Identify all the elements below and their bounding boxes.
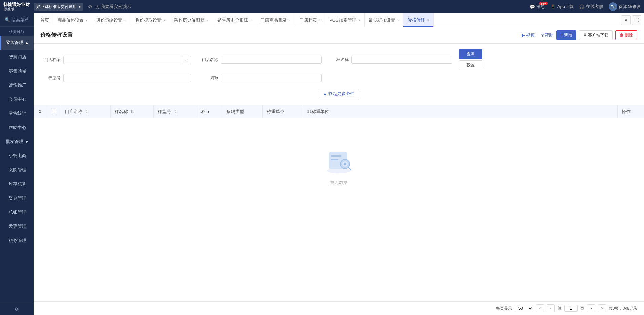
per-page-select[interactable]: 50 10 20 100 (515, 305, 533, 312)
tab-sale-fetch[interactable]: 售价提取设置 × (131, 13, 170, 27)
pagination-bar: 每页显示 50 10 20 100 ⊲ ‹ 算 页 › ⊳ 共0页，0条记录 (34, 301, 644, 315)
th-settings[interactable]: ⚙ (34, 105, 47, 118)
download-button[interactable]: ⬇ 客户端下载 (579, 30, 612, 40)
tab-purchase-strategy[interactable]: 进价策略设置 × (92, 13, 131, 27)
sidebar-item-label: 零售统计 (9, 111, 26, 116)
sidebar-item-purchase[interactable]: 采购管理 (0, 163, 34, 177)
tab-store-catalog[interactable]: 门店商品目录 × (256, 13, 295, 27)
sidebar-item-ledger[interactable]: 总账管理 (0, 205, 34, 219)
sidebar-item-help[interactable]: 帮助中心 (0, 120, 34, 135)
sidebar-item-member[interactable]: 会员中心 (0, 92, 34, 106)
page-input[interactable] (564, 305, 578, 312)
version-selector[interactable]: 好业财标准版交付试用 ▾ (34, 3, 83, 11)
last-page-btn[interactable]: ⊳ (598, 304, 606, 312)
tab-min-discount[interactable]: 最低折扣设置 × (365, 13, 403, 27)
th-store-name-label: 门店名称 (65, 109, 82, 114)
sidebar-item-label: 发票管理 (9, 224, 26, 229)
delete-button[interactable]: 🗑 删除 (615, 30, 637, 40)
tab-home[interactable]: 首页 (36, 13, 53, 27)
sidebar-item-label: 零售管理 (6, 40, 23, 46)
sidebar-item-label: 零售商城 (9, 68, 26, 73)
tab-store-catalog-close[interactable]: × (289, 18, 291, 22)
user-name: 徐泽华修改 (619, 4, 641, 10)
scale-ip-input[interactable] (221, 74, 322, 82)
table-header-row: ⚙ 门店名称 ⇅ 秤名称 ⇅ (34, 105, 644, 118)
sidebar-item-invoice[interactable]: 发票管理 (0, 219, 34, 234)
first-page-btn[interactable]: ⊲ (536, 304, 544, 312)
tab-purchase-strategy-label: 进价策略设置 (96, 17, 122, 23)
store-archive-input[interactable] (64, 56, 183, 63)
th-non-weight-unit: 非称重单位 (303, 105, 617, 118)
help-link[interactable]: ? 帮助 (541, 32, 553, 38)
main-layout: 🔍 搜索菜单 快捷导航 零售管理 ▲ 智慧门店 零售商城 营销推广 会员中心 零… (0, 13, 644, 315)
demo-label: 我要看实例演示 (101, 4, 131, 10)
scale-name-input[interactable] (351, 56, 452, 64)
search-icon: 🔍 (5, 17, 10, 22)
user-menu[interactable]: Ea 徐泽华修改 (609, 2, 641, 11)
scale-model-input[interactable] (63, 74, 191, 82)
sidebar-item-ecommerce[interactable]: 小畅电商 (0, 149, 34, 163)
sidebar-item-wholesale[interactable]: 批发管理 ▼ (0, 135, 34, 149)
sidebar-search[interactable]: 🔍 搜索菜单 (0, 13, 34, 27)
tab-pos-management[interactable]: POS加密管理 × (325, 13, 365, 27)
tab-pos-management-close[interactable]: × (358, 18, 360, 22)
tab-min-discount-close[interactable]: × (397, 18, 399, 22)
tab-store-archive-close[interactable]: × (319, 18, 321, 22)
chevron-down-icon: ▾ (79, 4, 81, 9)
message-btn[interactable]: 💬 消息 99+ (530, 4, 545, 10)
sidebar-bottom-settings[interactable]: ⚙ (0, 303, 34, 315)
select-all-checkbox[interactable] (52, 109, 56, 113)
th-weight-unit: 称重单位 (262, 105, 303, 118)
store-archive-input-wrapper: ··· (63, 56, 191, 64)
tab-pos-management-label: POS加密管理 (329, 17, 356, 23)
th-scale-model-label: 秤型号 (158, 109, 171, 114)
tab-price-scale[interactable]: 价格传秤 × (403, 13, 433, 27)
th-scale-ip: 秤ip (197, 105, 222, 118)
gear-icon: ⚙ (15, 307, 19, 312)
video-link[interactable]: ▶ 视频 (522, 32, 535, 38)
query-button[interactable]: 查询 (459, 49, 482, 59)
sidebar-item-inventory[interactable]: 库存核算 (0, 177, 34, 191)
store-archive-more-btn[interactable]: ··· (183, 56, 191, 64)
sidebar-item-label: 采购管理 (9, 167, 26, 172)
collapse-button[interactable]: ▲ 收起更多条件 (319, 89, 359, 98)
tab-sale-history-close[interactable]: × (250, 18, 252, 22)
tab-sale-fetch-close[interactable]: × (164, 18, 166, 22)
tab-purchase-strategy-close[interactable]: × (124, 18, 127, 22)
tab-price-setting[interactable]: 商品价格设置 × (53, 13, 92, 27)
settings-icon[interactable]: ⚙ (88, 4, 92, 9)
tab-sale-history[interactable]: 销售历史价跟踪 × (213, 13, 256, 27)
tab-purchase-history[interactable]: 采购历史价跟踪 × (170, 13, 213, 27)
help-label: 帮助 (545, 32, 553, 38)
chevron-up-icon: ▲ (323, 91, 327, 96)
online-service-btn[interactable]: 🎧 在线客服 (579, 4, 603, 10)
version-label: 好业财标准版交付试用 (36, 4, 77, 10)
message-badge: 99+ (539, 2, 548, 5)
next-page-btn[interactable]: › (587, 304, 595, 312)
sidebar-item-retail-stat[interactable]: 零售统计 (0, 106, 34, 120)
svg-rect-2 (331, 155, 341, 157)
prev-page-btn[interactable]: ‹ (547, 304, 555, 312)
logo-main-text: 畅捷通好业财 (3, 2, 30, 7)
tab-store-archive[interactable]: 门店档案 × (295, 13, 325, 27)
sidebar-item-finance[interactable]: 资金管理 (0, 191, 34, 205)
tab-expand[interactable]: ⛶ (632, 15, 641, 25)
app-download-btn[interactable]: 📱 App下载 (550, 4, 574, 10)
sidebar-item-marketing[interactable]: 营销推广 (0, 78, 34, 92)
tab-price-setting-close[interactable]: × (86, 18, 88, 22)
demo-link[interactable]: ◎ 我要看实例演示 (96, 4, 131, 10)
store-name-input[interactable] (221, 56, 322, 64)
sidebar-item-label: 总账管理 (9, 210, 26, 215)
tab-close-all[interactable]: ✕ (621, 15, 631, 25)
sidebar-item-retail-mall[interactable]: 零售商城 (0, 64, 34, 78)
sidebar-item-label: 营销推广 (9, 82, 26, 88)
settings-button[interactable]: 设置 (459, 60, 482, 70)
sidebar-item-label: 智慧门店 (9, 54, 26, 59)
add-button[interactable]: + 新增 (556, 30, 576, 40)
th-weight-unit-label: 称重单位 (267, 109, 284, 114)
tab-price-scale-close[interactable]: × (427, 18, 429, 22)
tab-purchase-history-close[interactable]: × (207, 18, 209, 22)
sidebar-item-retail[interactable]: 零售管理 ▲ (0, 36, 34, 50)
sidebar-item-smart-store[interactable]: 智慧门店 (0, 50, 34, 64)
sidebar-item-tax[interactable]: 税务管理 (0, 234, 34, 248)
